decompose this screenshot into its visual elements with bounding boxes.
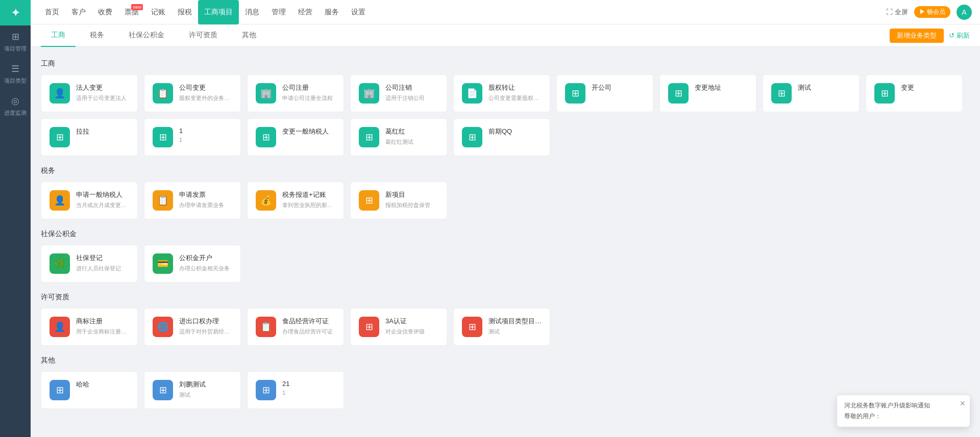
card-icon-lala: ⊞ <box>50 127 70 147</box>
card-title-social-register: 社保登记 <box>76 253 129 263</box>
card-company-change[interactable]: 📋公司变更股权变更外的业务变更 <box>144 74 241 112</box>
tab-gongshang[interactable]: 工商 <box>41 24 76 47</box>
card-text-company-register: 公司注册申请公司注册全流程 <box>282 83 335 102</box>
card-text-apply-invoice: 申请发票办理申请发票业务 <box>179 190 232 209</box>
card-icon-change-address: ⊞ <box>668 83 689 104</box>
notification-close[interactable]: ✕ <box>960 399 966 407</box>
card-icon-liupeng-test: ⊞ <box>153 380 173 400</box>
card-social-register[interactable]: 🌿社保登记进行人员社保登记 <box>41 245 138 282</box>
card-change-address[interactable]: ⊞变更地址 <box>659 74 756 112</box>
nav-home[interactable]: 首页 <box>39 0 65 24</box>
refresh-icon: ↺ <box>949 32 954 39</box>
card-new-project[interactable]: ⊞新项目报税加税控盘保管 <box>350 182 447 219</box>
card-desc-3a-cert: 对企业信誉评级 <box>385 328 438 336</box>
card-desc-num21: 1 <box>282 390 335 396</box>
card-desc-trademark: 用于企业商标注册服务 <box>76 328 129 336</box>
card-gehonghong[interactable]: ⊞葛红红葛红红测试 <box>350 118 447 156</box>
card-title-company-register: 公司注册 <box>282 83 335 92</box>
nav-ticket[interactable]: 票据 new <box>118 0 145 24</box>
card-apply-taxpayer[interactable]: 👤申请一般纳税人当月或次月成变更完成 <box>41 182 138 219</box>
card-front-qq[interactable]: ⊞前期QQ <box>453 118 550 156</box>
nav-service[interactable]: 服务 <box>318 0 345 24</box>
card-title-test1: 测试 <box>798 83 851 92</box>
card-icon-num21: ⊞ <box>256 380 276 400</box>
tab-bar: 工商 税务 社保公积金 许可资质 其他 新增业务类型 ↺ 刷新 <box>31 24 980 47</box>
sidebar-item-project-manage[interactable]: ⊞ 项目管理 <box>0 25 31 58</box>
refresh-label: 刷新 <box>957 31 970 40</box>
card-icon-change-taxpayer: ⊞ <box>256 127 276 147</box>
card-equity-transfer[interactable]: 📄股权转让公司变更需要股权转让 <box>453 74 550 112</box>
card-haha[interactable]: ⊞哈哈 <box>41 371 138 409</box>
card-title-test-type: 测试项目类型目定义 <box>488 317 542 326</box>
card-text-equity-transfer: 股权转让公司变更需要股权转让 <box>488 83 542 102</box>
card-icon-company-change: 📋 <box>153 83 173 104</box>
sidebar-item-project-type[interactable]: ☰ 项目类型 <box>0 58 31 90</box>
card-title-lala: 拉拉 <box>76 127 129 136</box>
progress-monitor-icon: ◎ <box>9 95 21 107</box>
project-manage-icon: ⊞ <box>9 31 21 43</box>
card-desc-liupeng-test: 测试 <box>179 391 232 399</box>
nav-settings[interactable]: 设置 <box>345 0 372 24</box>
nav-manage[interactable]: 管理 <box>265 0 292 24</box>
card-3a-cert[interactable]: ⊞3A认证对企业信誉评级 <box>350 308 447 346</box>
card-num1[interactable]: ⊞11 <box>144 118 241 156</box>
card-text-change-taxpayer: 变更一般纳税人 <box>282 127 335 138</box>
nav-bizproject[interactable]: 工商项目 <box>198 0 239 24</box>
card-test1[interactable]: ⊞测试 <box>763 74 860 112</box>
card-text-front-qq: 前期QQ <box>488 127 542 138</box>
card-title-company-change: 公司变更 <box>179 83 232 92</box>
tab-other[interactable]: 其他 <box>232 24 266 47</box>
card-text-lala: 拉拉 <box>76 127 129 138</box>
card-change1[interactable]: ⊞变更 <box>866 74 963 112</box>
avatar[interactable]: A <box>957 5 972 20</box>
nav-billing[interactable]: 收费 <box>92 0 118 24</box>
card-num21[interactable]: ⊞211 <box>247 371 344 409</box>
card-icon-social-register: 🌿 <box>50 253 70 274</box>
card-icon-equity-transfer: 📄 <box>462 83 482 104</box>
card-text-company-cancel: 公司注销适用于注销公司 <box>385 83 438 102</box>
fullscreen-label: 全屏 <box>895 8 908 17</box>
nav-operation[interactable]: 经营 <box>292 0 318 24</box>
sidebar-logo[interactable]: ✦ <box>0 0 31 25</box>
notification-subtext: 尊敬的用户： <box>844 412 963 421</box>
vip-btn[interactable]: ▶ 畅会员 <box>914 6 950 18</box>
card-legal-change[interactable]: 👤法人变更适用于公司变更法人 <box>41 74 138 112</box>
card-desc-import-export: 适用于对外贸易经营者 <box>179 328 232 336</box>
card-icon-3a-cert: ⊞ <box>359 317 379 337</box>
card-desc-company-cancel: 适用于注销公司 <box>385 94 438 102</box>
card-apply-invoice[interactable]: 📋申请发票办理申请发票业务 <box>144 182 241 219</box>
card-text-change-address: 变更地址 <box>695 83 748 94</box>
tab-shuiwu[interactable]: 税务 <box>80 24 114 47</box>
nav-customer[interactable]: 客户 <box>65 0 92 24</box>
card-text-tax-accounting: 税务报道+记账拿到营业执照的新公司 <box>282 190 335 209</box>
card-icon-test1: ⊞ <box>771 83 792 104</box>
card-title-change-address: 变更地址 <box>695 83 748 92</box>
nav-message[interactable]: 消息 <box>239 0 265 24</box>
section-title-xuke-section: 许可资质 <box>41 293 970 302</box>
card-test-type[interactable]: ⊞测试项目类型目定义测试 <box>453 308 550 346</box>
card-food-license[interactable]: 📋食品经营许可证办理食品经营许可证 <box>247 308 344 346</box>
card-open-company[interactable]: ⊞开公司 <box>556 74 653 112</box>
card-company-cancel[interactable]: 🏢公司注销适用于注销公司 <box>350 74 447 112</box>
card-desc-legal-change: 适用于公司变更法人 <box>76 94 129 102</box>
fullscreen-btn[interactable]: ⛶ 全屏 <box>886 8 908 17</box>
sidebar-item-progress-monitor[interactable]: ◎ 进度监测 <box>0 90 31 122</box>
card-icon-num1: ⊞ <box>153 127 173 147</box>
card-title-trademark: 商标注册 <box>76 317 129 326</box>
card-title-front-qq: 前期QQ <box>488 127 542 136</box>
card-import-export[interactable]: 🌐进出口权办理适用于对外贸易经营者 <box>144 308 241 346</box>
refresh-button[interactable]: ↺ 刷新 <box>949 31 970 40</box>
tab-shebao[interactable]: 社保公积金 <box>118 24 175 47</box>
card-company-register[interactable]: 🏢公司注册申请公司注册全流程 <box>247 74 344 112</box>
card-trademark[interactable]: 👤商标注册用于企业商标注册服务 <box>41 308 138 346</box>
new-type-button[interactable]: 新增业务类型 <box>890 29 944 43</box>
card-title-food-license: 食品经营许可证 <box>282 317 335 326</box>
card-change-taxpayer[interactable]: ⊞变更一般纳税人 <box>247 118 344 156</box>
nav-accounting[interactable]: 记账 <box>145 0 172 24</box>
card-tax-accounting[interactable]: 💰税务报道+记账拿到营业执照的新公司 <box>247 182 344 219</box>
card-fund-open[interactable]: 💳公积金开户办理公积金相关业务 <box>144 245 241 282</box>
card-lala[interactable]: ⊞拉拉 <box>41 118 138 156</box>
tab-xuke[interactable]: 许可资质 <box>179 24 228 47</box>
nav-tax[interactable]: 报税 <box>172 0 198 24</box>
card-liupeng-test[interactable]: ⊞刘鹏测试测试 <box>144 371 241 409</box>
